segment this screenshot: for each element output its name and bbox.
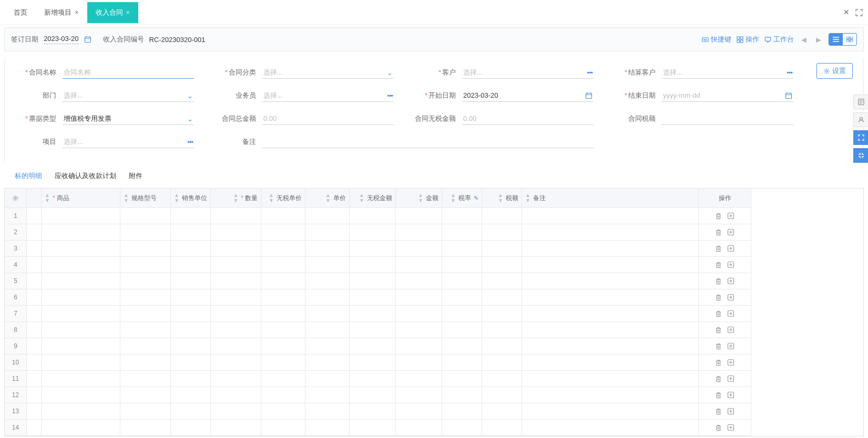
- cell[interactable]: [522, 208, 699, 224]
- cell[interactable]: [442, 371, 482, 387]
- department-select[interactable]: [63, 89, 194, 102]
- col-header[interactable]: ▲▼规格型号: [120, 189, 171, 208]
- cell[interactable]: [42, 306, 120, 322]
- cell[interactable]: [396, 420, 442, 436]
- cell[interactable]: [27, 387, 42, 403]
- cell[interactable]: [211, 257, 261, 273]
- cell[interactable]: [442, 224, 482, 241]
- delete-icon[interactable]: [715, 343, 722, 350]
- cell[interactable]: [305, 224, 350, 241]
- cell[interactable]: [211, 306, 261, 322]
- cell[interactable]: [442, 289, 482, 306]
- col-header[interactable]: ▲▼无税单价: [261, 189, 305, 208]
- delete-icon[interactable]: [715, 327, 722, 333]
- add-row-icon[interactable]: [727, 424, 734, 431]
- cell[interactable]: [42, 338, 120, 354]
- cell[interactable]: [350, 354, 396, 371]
- chevron-down-icon[interactable]: ⌄: [187, 92, 193, 100]
- cell[interactable]: [42, 420, 120, 436]
- cell[interactable]: [522, 273, 699, 289]
- cell[interactable]: [350, 322, 396, 338]
- cell[interactable]: [261, 224, 305, 241]
- sign-date-value[interactable]: 2023-03-20: [44, 35, 79, 44]
- cell[interactable]: [396, 403, 442, 420]
- cell[interactable]: [171, 403, 211, 420]
- start-date-input[interactable]: [462, 89, 594, 102]
- delete-icon[interactable]: [715, 262, 722, 268]
- col-header[interactable]: ▲▼*数量: [211, 189, 261, 208]
- cell[interactable]: [27, 354, 42, 371]
- add-row-icon[interactable]: [727, 245, 734, 252]
- tab-income-contract[interactable]: 收入合同 ×: [87, 2, 139, 23]
- delete-icon[interactable]: [715, 376, 722, 382]
- cell[interactable]: [442, 403, 482, 420]
- view-list-icon[interactable]: [829, 34, 843, 45]
- cell[interactable]: [171, 208, 211, 224]
- cell[interactable]: [211, 387, 261, 403]
- cell[interactable]: [171, 224, 211, 241]
- cell[interactable]: [396, 306, 442, 322]
- cell[interactable]: [211, 403, 261, 420]
- close-icon[interactable]: ×: [75, 8, 79, 16]
- cell[interactable]: [261, 241, 305, 257]
- cell[interactable]: [171, 387, 211, 403]
- cell[interactable]: [261, 403, 305, 420]
- project-select[interactable]: [63, 135, 194, 148]
- cell[interactable]: [482, 338, 522, 354]
- cell[interactable]: [120, 403, 171, 420]
- cell[interactable]: [350, 257, 396, 273]
- add-row-icon[interactable]: [727, 294, 734, 301]
- cell[interactable]: [120, 257, 171, 273]
- cell[interactable]: [522, 257, 699, 273]
- cell[interactable]: [396, 273, 442, 289]
- add-row-icon[interactable]: [727, 310, 734, 317]
- cell[interactable]: [27, 273, 42, 289]
- no-tax-amount-input[interactable]: [462, 112, 594, 125]
- delete-icon[interactable]: [715, 310, 722, 317]
- cell[interactable]: [305, 289, 350, 306]
- cell[interactable]: [350, 306, 396, 322]
- add-row-icon[interactable]: [727, 359, 734, 366]
- cell[interactable]: [27, 224, 42, 241]
- cell[interactable]: [396, 354, 442, 371]
- add-row-icon[interactable]: [727, 342, 734, 350]
- calendar-icon[interactable]: [84, 36, 91, 43]
- delete-icon[interactable]: [715, 359, 722, 366]
- more-icon[interactable]: •••: [787, 69, 792, 77]
- cell[interactable]: [442, 387, 482, 403]
- cell[interactable]: [171, 306, 211, 322]
- col-header[interactable]: ▲▼税率✎: [442, 189, 482, 208]
- cell[interactable]: [42, 241, 120, 257]
- delete-icon[interactable]: [715, 229, 722, 236]
- add-row-icon[interactable]: [727, 277, 734, 285]
- col-header[interactable]: ▲▼*商品: [42, 189, 120, 208]
- cell[interactable]: [522, 306, 699, 322]
- cell[interactable]: [42, 322, 120, 338]
- close-all-icon[interactable]: ×: [843, 7, 849, 18]
- cell[interactable]: [42, 224, 120, 241]
- cell[interactable]: [305, 257, 350, 273]
- cell[interactable]: [305, 208, 350, 224]
- cell[interactable]: [350, 420, 396, 436]
- cell[interactable]: [27, 241, 42, 257]
- add-row-icon[interactable]: [727, 212, 734, 220]
- delete-icon[interactable]: [715, 408, 722, 415]
- cell[interactable]: [261, 371, 305, 387]
- cell[interactable]: [42, 403, 120, 420]
- cell[interactable]: [27, 371, 42, 387]
- contract-category-select[interactable]: [262, 66, 394, 79]
- cell[interactable]: [120, 306, 171, 322]
- cell[interactable]: [120, 354, 171, 371]
- shortcut-link[interactable]: 快捷键: [702, 35, 731, 44]
- cell[interactable]: [522, 322, 699, 338]
- contract-name-input[interactable]: [63, 66, 194, 79]
- cell[interactable]: [261, 322, 305, 338]
- cell[interactable]: [120, 371, 171, 387]
- cell[interactable]: [396, 387, 442, 403]
- delete-icon[interactable]: [715, 245, 722, 252]
- cell[interactable]: [350, 403, 396, 420]
- cell[interactable]: [396, 371, 442, 387]
- cell[interactable]: [305, 420, 350, 436]
- cell[interactable]: [350, 224, 396, 241]
- rail-note-icon[interactable]: [853, 95, 868, 109]
